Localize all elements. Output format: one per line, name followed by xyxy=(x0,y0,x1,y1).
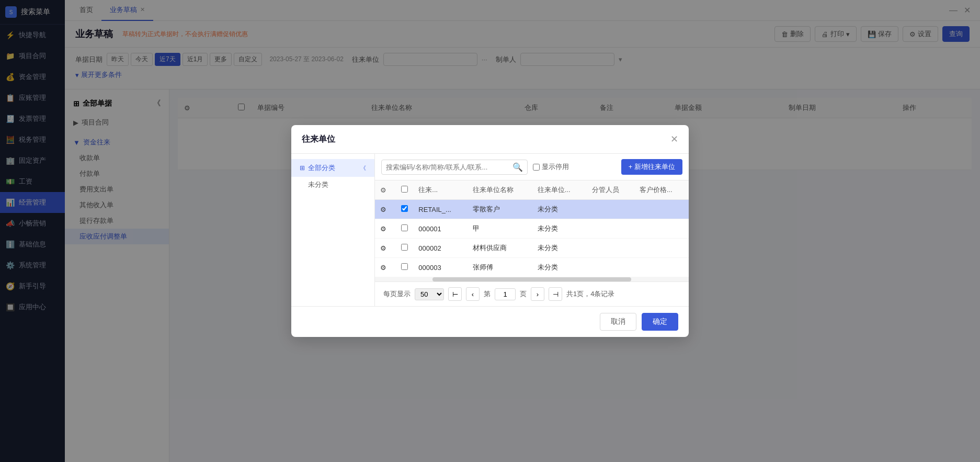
modal-table-row[interactable]: ⚙ 000001 甲 未分类 xyxy=(375,219,689,239)
row-salesperson xyxy=(587,239,634,258)
modal-table-row[interactable]: ⚙ 000002 材料供应商 未分类 xyxy=(375,239,689,258)
row-salesperson xyxy=(587,200,634,219)
modal-col-code: 往来... xyxy=(413,181,468,200)
row-settings[interactable]: ⚙ xyxy=(375,200,396,219)
modal-pagination: 每页显示 50 100 ⊢ ‹ 第 页 › ⊣ 共1页，4条记录 xyxy=(375,281,689,306)
row-checkbox[interactable] xyxy=(396,200,413,219)
row-price-level xyxy=(634,200,689,219)
row-checkbox[interactable] xyxy=(396,219,413,239)
row-category: 未分类 xyxy=(532,239,587,258)
modal-header: 往来单位 ✕ xyxy=(291,125,689,154)
row-settings[interactable]: ⚙ xyxy=(375,239,396,258)
pagination-last-button[interactable]: ⊣ xyxy=(549,287,562,301)
row-code: 000001 xyxy=(413,219,468,239)
per-page-select[interactable]: 50 100 xyxy=(415,288,444,300)
modal-right: 🔍 显示停用 + 新增往来单位 ⚙ xyxy=(375,154,689,306)
search-icon: 🔍 xyxy=(512,162,523,172)
page-label-2: 页 xyxy=(520,289,527,299)
row-code: 000002 xyxy=(413,239,468,258)
row-settings[interactable]: ⚙ xyxy=(375,258,396,277)
modal-table-wrap: ⚙ 往来... 往来单位名称 往来单位... 分管人员 客户价格... ⚙ xyxy=(375,181,689,277)
per-page-label: 每页显示 xyxy=(383,289,411,299)
row-price-level xyxy=(634,219,689,239)
modal-title: 往来单位 xyxy=(302,134,335,145)
show-disabled-checkbox[interactable]: 显示停用 xyxy=(533,162,569,172)
modal-search-input[interactable] xyxy=(386,163,509,171)
page-label: 第 xyxy=(484,289,491,299)
row-code: RETAIL_... xyxy=(413,200,468,219)
modal-close-button[interactable]: ✕ xyxy=(670,133,678,145)
partner-modal: 往来单位 ✕ ⊞ 全部分类 《 未分类 xyxy=(291,125,689,337)
add-partner-button[interactable]: + 新增往来单位 xyxy=(621,159,682,175)
row-name: 材料供应商 xyxy=(468,239,532,258)
row-category: 未分类 xyxy=(532,200,587,219)
modal-tree: ⊞ 全部分类 《 未分类 xyxy=(291,154,375,306)
row-settings[interactable]: ⚙ xyxy=(375,219,396,239)
modal-scroll-bar[interactable] xyxy=(375,277,689,281)
pagination-first-button[interactable]: ⊢ xyxy=(448,287,462,301)
row-category: 未分类 xyxy=(532,258,587,277)
modal-table-row[interactable]: ⚙ 000003 张师傅 未分类 xyxy=(375,258,689,277)
row-category: 未分类 xyxy=(532,219,587,239)
row-price-level xyxy=(634,258,689,277)
modal-col-category: 往来单位... xyxy=(532,181,587,200)
modal-table-row[interactable]: ⚙ RETAIL_... 零散客户 未分类 xyxy=(375,200,689,219)
show-disabled-input[interactable] xyxy=(533,164,540,171)
modal-col-checkbox[interactable] xyxy=(396,181,413,200)
row-name: 甲 xyxy=(468,219,532,239)
modal-col-price-level: 客户价格... xyxy=(634,181,689,200)
tree-collapse-button[interactable]: 《 xyxy=(360,164,366,172)
modal-tree-all[interactable]: ⊞ 全部分类 《 xyxy=(291,159,374,177)
modal-actions: 取消 确定 xyxy=(291,306,689,337)
pagination-prev-button[interactable]: ‹ xyxy=(466,287,480,301)
page-number-input[interactable] xyxy=(495,288,516,300)
row-code: 000003 xyxy=(413,258,468,277)
modal-scroll-thumb[interactable] xyxy=(432,277,631,281)
grid-icon-small: ⊞ xyxy=(300,164,305,172)
confirm-button[interactable]: 确定 xyxy=(642,313,678,331)
search-wrap: 🔍 xyxy=(381,160,528,175)
row-salesperson xyxy=(587,219,634,239)
cancel-button[interactable]: 取消 xyxy=(600,313,636,331)
row-checkbox[interactable] xyxy=(396,258,413,277)
total-records-label: 共1页，4条记录 xyxy=(566,289,614,299)
pagination-next-button[interactable]: › xyxy=(531,287,544,301)
modal-body: ⊞ 全部分类 《 未分类 🔍 显示停用 xyxy=(291,154,689,306)
modal-col-settings[interactable]: ⚙ xyxy=(375,181,396,200)
modal-col-salesperson: 分管人员 xyxy=(587,181,634,200)
modal-col-name: 往来单位名称 xyxy=(468,181,532,200)
modal-select-all[interactable] xyxy=(401,186,408,193)
modal-overlay[interactable]: 往来单位 ✕ ⊞ 全部分类 《 未分类 xyxy=(0,0,980,462)
modal-toolbar: 🔍 显示停用 + 新增往来单位 xyxy=(375,154,689,181)
modal-table: ⚙ 往来... 往来单位名称 往来单位... 分管人员 客户价格... ⚙ xyxy=(375,181,689,277)
row-checkbox[interactable] xyxy=(396,239,413,258)
row-name: 零散客户 xyxy=(468,200,532,219)
row-salesperson xyxy=(587,258,634,277)
row-name: 张师傅 xyxy=(468,258,532,277)
modal-tree-unclassified[interactable]: 未分类 xyxy=(291,177,374,193)
row-price-level xyxy=(634,239,689,258)
